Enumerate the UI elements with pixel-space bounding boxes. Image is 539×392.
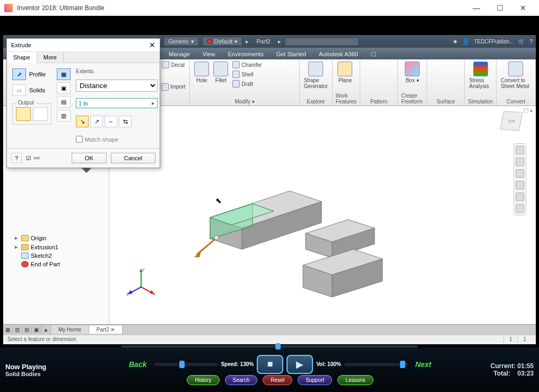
nav-zoom-icon[interactable] [516, 181, 524, 189]
pattern-5[interactable] [374, 70, 382, 79]
dialog-close-icon[interactable]: ✕ [149, 41, 155, 49]
tab-extra-icon[interactable]: ▢ [364, 48, 382, 59]
modify-mini-2[interactable] [276, 60, 284, 69]
op-intersect-button[interactable]: ▤ [57, 96, 71, 108]
op-cut-button[interactable]: ▣ [57, 82, 71, 94]
play-button[interactable]: ▶ [286, 355, 313, 374]
cancel-button[interactable]: Cancel [111, 153, 155, 163]
nav-orbit-icon[interactable] [516, 158, 524, 166]
modify-mini-4[interactable] [265, 70, 274, 79]
pattern-4[interactable] [363, 70, 372, 79]
browser-extrusion1[interactable]: ▸Extrusion1 [3, 242, 109, 251]
help-search-input[interactable] [284, 37, 359, 46]
surf-5[interactable] [441, 70, 449, 79]
match-shape-input[interactable] [76, 136, 83, 143]
user-name[interactable]: TEDCFPublish... [474, 39, 513, 45]
tab-a360[interactable]: Autodesk A360 [312, 49, 364, 59]
tab-part2[interactable]: Part2 ✕ [89, 326, 123, 334]
distance-input[interactable] [79, 100, 152, 107]
surf-2[interactable] [441, 60, 449, 69]
dir-sym-button[interactable]: ↔ [105, 116, 117, 127]
decal-button[interactable]: Decal [161, 60, 186, 69]
search-button[interactable]: Search [225, 375, 258, 385]
modify-mini-6[interactable] [286, 70, 295, 79]
star-icon[interactable]: ★ [453, 38, 458, 45]
material-dropdown[interactable]: Generic▾ [163, 37, 199, 46]
minimize-button[interactable]: — [465, 0, 488, 16]
nav-fullnav-icon[interactable] [516, 204, 524, 213]
op-join-button[interactable]: ▦ [57, 68, 71, 80]
signin-icon[interactable]: 👤 [462, 38, 470, 45]
surf-9[interactable] [451, 80, 460, 88]
convert-sheetmetal-button[interactable]: Convert to Sheet Metal [500, 60, 532, 90]
tab-view[interactable]: View [196, 49, 222, 59]
stress-analysis-button[interactable]: Stress Analysis [468, 60, 493, 90]
solids-select-button[interactable]: ▭ [12, 84, 26, 96]
dialog-preview-toggle[interactable]: ☑ 👓 [26, 155, 40, 162]
ok-button[interactable]: OK [72, 153, 107, 163]
surf-7[interactable] [430, 80, 439, 88]
support-button[interactable]: Support [298, 375, 332, 385]
surf-3[interactable] [451, 60, 460, 69]
pattern-6[interactable] [385, 70, 393, 79]
extents-mode-select[interactable]: Distance [76, 80, 158, 92]
tab-myhome[interactable]: My Home [51, 326, 89, 334]
modify-mini-8[interactable] [276, 80, 284, 88]
dialog-help-icon[interactable]: ? [11, 153, 22, 163]
dialog-tab-shape[interactable]: Shape [7, 52, 37, 63]
speed-slider[interactable] [154, 363, 218, 366]
modify-mini-7[interactable] [265, 80, 274, 88]
nav-home-icon[interactable] [516, 146, 524, 154]
output-solid-button[interactable] [16, 107, 31, 121]
help-icon[interactable]: ? [529, 38, 533, 45]
surf-8[interactable] [441, 80, 449, 88]
volume-slider[interactable] [344, 363, 408, 366]
tab-getstarted[interactable]: Get Started [270, 49, 312, 59]
history-button[interactable]: History [187, 375, 219, 385]
pattern-2[interactable] [374, 60, 382, 69]
dialog-tab-more[interactable]: More [37, 52, 64, 63]
pattern-1[interactable] [363, 60, 372, 69]
fillet-button[interactable]: Fillet [212, 60, 229, 84]
import-button[interactable]: Import [160, 83, 186, 91]
panel-modify-label[interactable]: Modify ▾ [234, 98, 254, 104]
tab-icon-2[interactable]: ▥ [13, 326, 22, 334]
shell-button[interactable]: Shell [231, 70, 263, 79]
draft-button[interactable]: Draft [231, 80, 263, 88]
canvas-viewport[interactable]: ▢ ▴ TOP [109, 106, 536, 324]
next-button[interactable]: Next [411, 360, 436, 369]
surf-1[interactable] [430, 60, 439, 69]
shape-generator-button[interactable]: Shape Generator [303, 60, 329, 90]
op-newsolid-button[interactable]: ▥ [57, 110, 71, 121]
pattern-3[interactable] [385, 60, 393, 69]
distance-input-wrap[interactable]: ▸ [76, 98, 158, 108]
close-button[interactable]: ✕ [511, 0, 535, 16]
tab-icon-4[interactable]: ▣ [32, 326, 41, 334]
modify-mini-9[interactable] [286, 80, 295, 88]
browser-end-of-part[interactable]: End of Part [3, 260, 109, 268]
surf-4[interactable] [430, 70, 439, 79]
match-shape-checkbox[interactable]: Match shape [76, 136, 158, 143]
maximize-button[interactable]: ☐ [488, 0, 511, 16]
tab-environments[interactable]: Environments [221, 49, 270, 59]
distance-flyout-icon[interactable]: ▸ [152, 100, 155, 107]
dir-flip-button[interactable]: ↗ [90, 116, 103, 127]
modify-mini-1[interactable] [265, 60, 274, 69]
progress-slider[interactable] [121, 345, 418, 347]
back-button[interactable]: Back [125, 360, 151, 369]
tab-icon-5[interactable]: ▲ [41, 326, 51, 334]
appearance-dropdown[interactable]: Default▾ [202, 37, 243, 46]
plane-button[interactable]: Plane [336, 60, 353, 84]
surf-6[interactable] [451, 70, 460, 79]
browser-origin[interactable]: ▸Origin [3, 233, 109, 242]
browser-sketch2[interactable]: Sketch2 [3, 251, 109, 260]
chamfer-button[interactable]: Chamfer [231, 60, 263, 69]
box-button[interactable]: Box ▾ [404, 60, 421, 84]
tab-icon-1[interactable]: ▦ [3, 326, 13, 334]
profile-select-button[interactable]: ⬈ [12, 68, 26, 80]
dir-default-button[interactable]: ↘ [76, 116, 89, 127]
nav-lookat-icon[interactable] [516, 193, 524, 201]
dir-asym-button[interactable]: ⇆ [119, 116, 132, 127]
modify-mini-5[interactable] [276, 70, 284, 79]
hole-button[interactable]: Hole [193, 60, 210, 84]
